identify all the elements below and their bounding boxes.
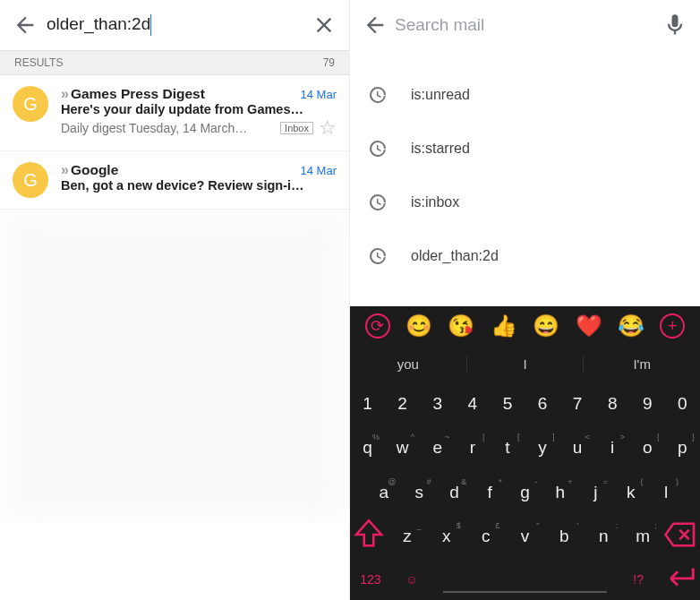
punctuation-key[interactable]: !?	[618, 572, 659, 587]
back-icon[interactable]	[13, 13, 38, 38]
key-8[interactable]: 8	[595, 389, 630, 419]
key-r[interactable]: r|	[455, 433, 490, 463]
key-alt: (	[641, 477, 644, 486]
key-alt: ]	[552, 433, 555, 441]
key-s[interactable]: s#	[401, 477, 436, 508]
key-j[interactable]: j=	[578, 477, 613, 508]
email-row[interactable]: G »Google 14 Mar Ben, got a new device? …	[0, 151, 349, 210]
history-icon	[366, 245, 388, 267]
key-b[interactable]: b'	[544, 521, 584, 552]
key-u[interactable]: u<	[560, 433, 595, 463]
emoji-key[interactable]: 😄	[533, 313, 559, 339]
key-alt: ^	[411, 433, 414, 441]
key-alt: |	[482, 433, 484, 441]
key-x[interactable]: x$	[427, 521, 466, 552]
key-t[interactable]: t[	[490, 433, 525, 463]
prediction[interactable]: you	[350, 356, 467, 372]
key-a[interactable]: a@	[366, 477, 401, 508]
numeric-toggle[interactable]: 123	[350, 572, 391, 587]
email-body: »Games Press Digest 14 Mar Here's your d…	[61, 86, 337, 140]
key-7[interactable]: 7	[560, 389, 595, 419]
key-9[interactable]: 9	[630, 389, 665, 419]
clear-icon[interactable]	[312, 13, 337, 38]
suggestion-row[interactable]: is:starred	[350, 122, 700, 176]
key-d[interactable]: d&	[437, 477, 472, 508]
key-alt: *	[499, 477, 502, 486]
star-icon[interactable]: ☆	[319, 116, 337, 140]
suggestion-text: older_than:2d	[411, 248, 499, 264]
key-6[interactable]: 6	[525, 389, 559, 419]
key-k[interactable]: k(	[613, 477, 648, 508]
key-alt: @	[388, 477, 396, 486]
key-z[interactable]: z_	[388, 521, 427, 552]
email-subject: Here's your daily update from Games…	[61, 102, 337, 116]
emoji-key[interactable]: ❤️	[576, 313, 602, 339]
key-1[interactable]: 1	[350, 389, 385, 419]
avatar: G	[13, 86, 48, 122]
emoji-key[interactable]: 😂	[618, 313, 645, 339]
search-value: older_than:2d	[47, 14, 150, 33]
key-row-1: q%w^e~r|t[y]u<i>o{p}	[350, 426, 700, 471]
prediction[interactable]: I'm	[584, 356, 700, 372]
history-icon	[366, 192, 388, 213]
key-alt: )	[676, 477, 679, 486]
key-w[interactable]: w^	[385, 433, 420, 463]
key-row-3: z_x$c£v"b'n:m;	[350, 515, 700, 560]
key-2[interactable]: 2	[385, 389, 420, 419]
emoji-left-control[interactable]: ⟳	[365, 313, 390, 339]
backspace-key[interactable]	[662, 516, 700, 557]
text-cursor	[150, 14, 151, 36]
keyboard[interactable]: ⟳ 😊 😘 👍 😄 ❤️ 😂 + you I I'm 1234567890 q%…	[350, 306, 700, 600]
key-alt: %	[372, 433, 380, 441]
key-5[interactable]: 5	[490, 389, 525, 419]
results-header: RESULTS 79	[0, 50, 349, 75]
emoji-key[interactable]: 😊	[405, 313, 432, 339]
key-alt: #	[427, 477, 431, 486]
email-date: 14 Mar	[301, 88, 337, 101]
search-input[interactable]	[388, 15, 662, 35]
suggestion-row[interactable]: is:unread	[350, 68, 700, 122]
key-l[interactable]: l)	[649, 477, 684, 508]
suggestion-text: is:unread	[411, 87, 470, 103]
key-alt: +	[568, 477, 572, 486]
email-row[interactable]: G »Games Press Digest 14 Mar Here's your…	[0, 75, 349, 151]
key-3[interactable]: 3	[420, 389, 455, 419]
back-icon[interactable]	[363, 13, 388, 38]
key-i[interactable]: i>	[595, 433, 630, 463]
key-alt: >	[619, 433, 624, 441]
key-c[interactable]: c£	[466, 521, 506, 552]
prediction[interactable]: I	[467, 356, 585, 372]
search-input[interactable]: older_than:2d	[38, 14, 312, 36]
key-q[interactable]: q%	[350, 433, 385, 463]
suggestion-row[interactable]: is:inbox	[350, 176, 700, 229]
key-p[interactable]: p}	[665, 433, 700, 463]
key-h[interactable]: h+	[542, 477, 577, 508]
suggestion-row[interactable]: older_than:2d	[350, 229, 700, 283]
key-0[interactable]: 0	[665, 389, 700, 419]
search-suggestions-pane: is:unread is:starred is:inbox older_than…	[350, 0, 700, 600]
results-count: 79	[323, 56, 335, 69]
key-y[interactable]: y]	[525, 433, 559, 463]
key-alt: $	[457, 521, 461, 530]
emoji-key[interactable]: 👍	[491, 313, 517, 339]
emoji-add-icon[interactable]: +	[660, 313, 685, 339]
results-label: RESULTS	[14, 56, 63, 69]
search-bar: older_than:2d	[0, 0, 349, 50]
key-alt: "	[536, 521, 539, 530]
key-g[interactable]: g-	[508, 477, 542, 508]
key-4[interactable]: 4	[455, 389, 490, 419]
key-m[interactable]: m;	[623, 521, 662, 552]
emoji-key[interactable]: 😘	[448, 313, 474, 339]
enter-key[interactable]	[659, 558, 700, 600]
email-snippet: Daily digest Tuesday, 14 March…	[61, 121, 275, 135]
emoji-toggle-icon[interactable]: ☺	[391, 572, 432, 587]
shift-key[interactable]	[350, 516, 388, 557]
email-date: 14 Mar	[301, 164, 337, 177]
key-f[interactable]: f*	[472, 477, 507, 508]
key-e[interactable]: e~	[420, 433, 455, 463]
mic-icon[interactable]	[662, 13, 687, 38]
key-o[interactable]: o{	[630, 433, 665, 463]
key-v[interactable]: v"	[506, 521, 545, 552]
key-n[interactable]: n:	[584, 521, 623, 552]
spacebar[interactable]	[443, 566, 608, 593]
